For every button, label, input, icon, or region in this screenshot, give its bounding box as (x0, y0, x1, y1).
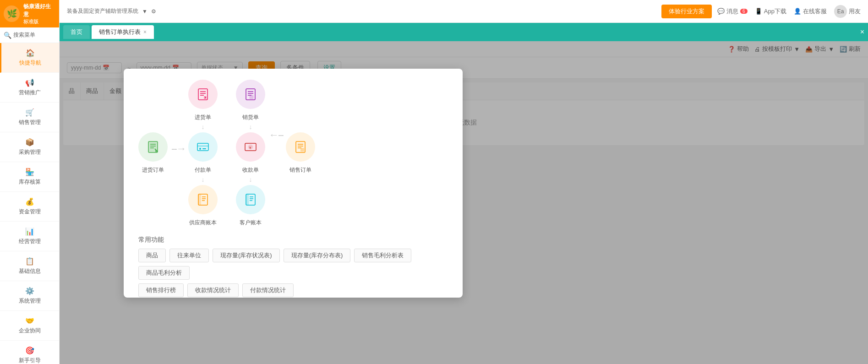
finance-icon: 💰 (25, 197, 34, 206)
home-icon: 🏠 (26, 49, 35, 57)
svg-point-10 (199, 148, 201, 150)
sidebar-item-system[interactable]: ⚙️ 系统管理 (0, 281, 59, 311)
sidebar-item-inventory[interactable]: 🏪 库存核算 (0, 162, 59, 192)
sidebar-item-label: 系统管理 (19, 297, 41, 305)
sidebar-item-sales[interactable]: 🛒 销售管理 (0, 103, 59, 132)
func-btn-inventory-status[interactable]: 现存量(库存状况表) (213, 249, 280, 262)
logo-icon: 🌿 (4, 5, 20, 22)
sidebar-item-label: 企业协同 (19, 327, 41, 335)
purchase-icon: 📦 (25, 138, 34, 147)
tab-bar: 首页 销售订单执行表 × × (60, 23, 868, 41)
tab-home-label: 首页 (71, 28, 82, 36)
sidebar-item-label: 基础信息 (19, 267, 41, 275)
flow-node-payment[interactable]: 付款单 (188, 132, 218, 174)
payment-icon (188, 132, 218, 162)
flow-node-purchase-order[interactable]: 进货订单 (138, 132, 168, 174)
sidebar-nav: 🏠 快捷导航 📢 营销推广 🛒 销售管理 📦 采购管理 🏪 库存核算 💰 (0, 43, 59, 364)
message-label: 消息 (726, 7, 738, 16)
flow-node-supplier-ledger[interactable]: 供应商账本 (188, 185, 218, 227)
tab-home[interactable]: 首页 (63, 25, 90, 39)
sidebar-item-guide[interactable]: 🎯 新手引导 (0, 341, 59, 364)
tab-close-all-icon[interactable]: × (860, 28, 864, 36)
func-btn-partner[interactable]: 往来单位 (169, 249, 209, 262)
tab-close-icon[interactable]: × (143, 29, 147, 35)
svg-rect-34 (300, 148, 304, 152)
sidebar-item-label: 新手引导 (19, 357, 41, 364)
main-content: 装备及固定资产辅助管理系统 ▼ ⚙ 体验行业方案 💬 消息 6 📱 App下载 … (60, 0, 868, 364)
func-btn-sales-margin[interactable]: 销售毛利分析表 (354, 249, 411, 262)
svg-text:¥: ¥ (249, 146, 251, 150)
func-btn-receipt-stats[interactable]: 收款情况统计 (187, 283, 239, 297)
content-area: ❓ 帮助 🖨 按模板打印 ▼ 📤 导出 ▼ 🔄 刷新 (60, 41, 868, 364)
sidebar: 🌿 畅康通好生意 标准版 🔍 搜索菜单 🏠 快捷导航 📢 营销推广 🛒 销售管理 (0, 0, 60, 364)
search-icon: 🔍 (4, 32, 11, 39)
sidebar-item-basic[interactable]: 📋 基础信息 (0, 251, 59, 281)
trial-button[interactable]: 体验行业方案 (661, 5, 712, 18)
online-service-button[interactable]: 👤 在线客服 (794, 7, 827, 16)
sidebar-item-marketing[interactable]: 📢 营销推广 (0, 73, 59, 103)
sales-bill-label: 销货单 (242, 114, 259, 121)
sidebar-item-label: 经营管理 (19, 238, 41, 245)
svg-rect-11 (202, 148, 206, 149)
settings-icon[interactable]: ⚙ (151, 8, 156, 15)
collab-icon: 🤝 (25, 316, 34, 325)
basic-icon: 📋 (25, 257, 34, 266)
func-btn-goods[interactable]: 商品 (138, 249, 166, 262)
sidebar-item-purchase[interactable]: 📦 采购管理 (0, 132, 59, 162)
operations-icon: 📊 (25, 227, 34, 236)
purchase-bill-icon (188, 80, 218, 109)
func-btn-sales-rank[interactable]: 销售排行榜 (138, 283, 184, 297)
inventory-icon: 🏪 (25, 168, 34, 176)
sidebar-item-label: 库存核算 (19, 178, 41, 186)
flow-node-receipt[interactable]: ¥ 收款单 (236, 132, 265, 174)
marketing-icon: 📢 (25, 78, 34, 87)
flow-node-sales-bill[interactable]: 销货单 (236, 80, 265, 121)
sidebar-item-operations[interactable]: 📊 经营管理 (0, 222, 59, 251)
modal-overlay[interactable]: 进货订单 - - → (60, 41, 868, 364)
message-icon: 💬 (717, 8, 725, 15)
flow-node-purchase-bill[interactable]: 进货单 (188, 80, 218, 121)
app-logo: 🌿 畅康通好生意 标准版 (0, 0, 59, 27)
sales-bill-icon (236, 80, 265, 109)
logo-sub: 标准版 (23, 18, 55, 25)
func-btn-inventory-dist[interactable]: 现存量(库存分布表) (284, 249, 351, 262)
service-icon: 👤 (794, 8, 801, 15)
sidebar-item-finance[interactable]: 💰 资金管理 (0, 192, 59, 222)
func-buttons-row2: 销售排行榜 收款情况统计 付款情况统计 (138, 283, 448, 297)
message-button[interactable]: 💬 消息 6 (717, 7, 748, 16)
user-area[interactable]: Ea 用友 (834, 5, 861, 18)
top-bar: 装备及固定资产辅助管理系统 ▼ ⚙ 体验行业方案 💬 消息 6 📱 App下载 … (60, 0, 868, 23)
common-functions: 常用功能 商品 往来单位 现存量(库存状况表) 现存量(库存分布表) 销售毛利分… (138, 236, 448, 297)
flow-node-sales-order[interactable]: 销售订单 (286, 132, 315, 174)
func-btn-goods-margin[interactable]: 商品毛利分析 (138, 266, 190, 280)
sales-order-label: 销售订单 (289, 166, 311, 174)
sidebar-item-collab[interactable]: 🤝 企业协同 (0, 311, 59, 341)
modal-body: 进货订单 - - → (124, 69, 463, 298)
sidebar-item-label: 采购管理 (19, 148, 41, 156)
receipt-icon: ¥ (236, 132, 265, 162)
flow-node-customer-ledger[interactable]: 客户账本 (236, 185, 265, 227)
tab-active-label: 销售订单执行表 (99, 28, 141, 36)
svg-rect-26 (246, 194, 249, 205)
customer-ledger-icon (236, 185, 265, 214)
customer-ledger-label: 客户账本 (240, 219, 262, 227)
download-icon: 📱 (755, 8, 762, 15)
supplier-ledger-icon (188, 185, 218, 214)
app-download-button[interactable]: 📱 App下载 (755, 7, 786, 16)
dropdown-arrow-icon[interactable]: ▼ (142, 8, 147, 15)
message-badge: 6 (740, 9, 748, 14)
sidebar-item-label: 营销推广 (19, 89, 41, 97)
svg-rect-9 (197, 145, 208, 147)
func-btn-payment-stats[interactable]: 付款情况统计 (242, 283, 294, 297)
sidebar-item-quicknav[interactable]: 🏠 快捷导航 (0, 43, 59, 73)
user-avatar: Ea (834, 5, 847, 18)
sidebar-item-label: 快捷导航 (19, 59, 41, 67)
sales-icon: 🛒 (25, 108, 34, 117)
top-right-area: 💬 消息 6 📱 App下载 👤 在线客服 Ea 用友 (717, 5, 861, 18)
system-name: 装备及固定资产辅助管理系统 (67, 7, 138, 15)
tab-sales-execution[interactable]: 销售订单执行表 × (92, 25, 154, 39)
payment-label: 付款单 (195, 166, 211, 174)
search-menu[interactable]: 🔍 搜索菜单 (0, 27, 59, 43)
func-buttons-row1: 商品 往来单位 现存量(库存状况表) 现存量(库存分布表) 销售毛利分析表 商品… (138, 249, 448, 280)
avatar-text: Ea (837, 8, 844, 15)
